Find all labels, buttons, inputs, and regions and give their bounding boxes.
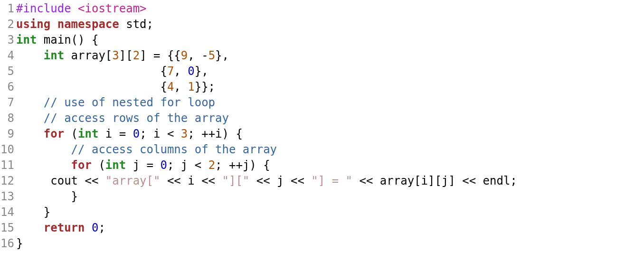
code-line[interactable]: 14 }: [0, 205, 644, 220]
token-cm: // access rows of the array: [44, 112, 229, 125]
code-content[interactable]: }: [16, 236, 644, 252]
token-ty: int: [44, 49, 64, 62]
code-content[interactable]: cout << "array[" << i << "][" << j << "]…: [16, 173, 644, 189]
code-content[interactable]: for (int i = 0; i < 3; ++i) {: [16, 126, 644, 142]
token-zero: 0: [188, 65, 194, 78]
code-content[interactable]: int array[3][2] = {{9, -5},: [16, 48, 644, 64]
token-op: array[: [64, 49, 112, 62]
token-kw: return: [44, 221, 85, 234]
code-content[interactable]: }: [16, 189, 644, 205]
code-content[interactable]: int main() {: [16, 32, 644, 48]
token-op: ; ++j) {: [215, 158, 270, 172]
token-op: ,: [174, 80, 188, 93]
token-op: [16, 96, 44, 109]
token-op: {: [16, 80, 167, 93]
code-content[interactable]: }: [16, 205, 644, 220]
code-content[interactable]: // use of nested for loop: [16, 95, 644, 111]
token-op: i =: [98, 127, 133, 140]
line-number: 16: [0, 236, 16, 252]
token-cm: // access columns of the array: [71, 143, 277, 156]
token-op: [16, 127, 44, 140]
code-line[interactable]: 16}: [0, 236, 644, 252]
line-number: 2: [0, 17, 16, 32]
code-line[interactable]: 7 // use of nested for loop: [0, 95, 644, 111]
code-line[interactable]: 2using namespace std;: [0, 17, 644, 32]
token-op: }: [16, 190, 78, 203]
token-op: }};: [195, 80, 215, 93]
token-zero: 0: [133, 127, 140, 140]
code-line[interactable]: 15 return 0;: [0, 220, 644, 236]
line-number: 13: [0, 189, 16, 205]
line-number: 12: [0, 173, 16, 189]
code-line[interactable]: 4 int array[3][2] = {{9, -5},: [0, 48, 644, 64]
token-num: 3: [112, 49, 119, 62]
token-op: ,: [174, 65, 188, 78]
line-number: 3: [0, 32, 16, 48]
token-str: "][": [222, 174, 249, 187]
code-line[interactable]: 13 }: [0, 189, 644, 205]
line-number: 6: [0, 79, 16, 95]
line-number: 1: [0, 1, 16, 17]
code-content[interactable]: // access columns of the array: [16, 142, 644, 158]
line-number: 11: [0, 158, 16, 173]
token-op: << j <<: [249, 174, 311, 187]
code-line[interactable]: 8 // access rows of the array: [0, 111, 644, 126]
code-line[interactable]: 1#include <iostream>: [0, 1, 644, 17]
token-op: [85, 221, 92, 234]
line-number: 5: [0, 64, 16, 79]
token-op: },: [195, 65, 208, 78]
token-zero: 0: [92, 221, 98, 234]
token-op: (: [64, 127, 78, 140]
line-number: 15: [0, 220, 16, 236]
token-op: ;: [98, 221, 105, 234]
token-ty: int: [105, 158, 126, 172]
token-op: ; j <: [167, 158, 208, 172]
token-ty: int: [78, 127, 98, 140]
code-line[interactable]: 5 {7, 0},: [0, 64, 644, 79]
token-kw: for: [71, 158, 92, 172]
code-content[interactable]: // access rows of the array: [16, 111, 644, 126]
token-kw: for: [44, 127, 64, 140]
token-op: std;: [119, 18, 153, 31]
line-number: 14: [0, 205, 16, 220]
token-num: 2: [208, 158, 215, 172]
token-op: },: [215, 49, 229, 62]
code-content[interactable]: #include <iostream>: [16, 1, 644, 17]
code-line[interactable]: 11 for (int j = 0; j < 2; ++j) {: [0, 158, 644, 173]
code-line[interactable]: 12 cout << "array[" << i << "][" << j <<…: [0, 173, 644, 189]
token-num: 4: [167, 80, 174, 93]
token-op: << i <<: [160, 174, 222, 187]
code-content[interactable]: using namespace std;: [16, 17, 644, 32]
token-op: << array[i][j] << endl;: [352, 174, 517, 187]
token-op: ; ++i) {: [188, 127, 243, 140]
token-op: , -: [188, 49, 208, 62]
code-content[interactable]: for (int j = 0; j < 2; ++j) {: [16, 158, 644, 173]
line-number: 7: [0, 95, 16, 111]
code-line[interactable]: 9 for (int i = 0; i < 3; ++i) {: [0, 126, 644, 142]
code-line[interactable]: 6 {4, 1}};: [0, 79, 644, 95]
token-num: 1: [188, 80, 194, 93]
code-content[interactable]: return 0;: [16, 220, 644, 236]
code-content[interactable]: {4, 1}};: [16, 79, 644, 95]
code-editor[interactable]: 1#include <iostream>2using namespace std…: [0, 0, 644, 252]
token-zero: 0: [160, 158, 167, 172]
token-ty: int: [16, 33, 37, 47]
line-number: 8: [0, 111, 16, 126]
token-op: j =: [126, 158, 160, 172]
token-op: [16, 158, 71, 172]
token-op: {: [16, 65, 167, 78]
line-number: 10: [0, 142, 16, 158]
token-op: [16, 143, 71, 156]
line-number: 4: [0, 48, 16, 64]
token-num: 7: [167, 65, 174, 78]
token-op: }: [16, 237, 23, 250]
token-str: "] = ": [311, 174, 352, 187]
code-line[interactable]: 3int main() {: [0, 32, 644, 48]
token-op: ][: [119, 49, 133, 62]
token-op: ] = {{: [140, 49, 181, 62]
code-content[interactable]: {7, 0},: [16, 64, 644, 79]
token-op: [16, 112, 44, 125]
code-line[interactable]: 10 // access columns of the array: [0, 142, 644, 158]
token-str: "array[": [105, 174, 161, 187]
token-op: main() {: [37, 33, 98, 47]
